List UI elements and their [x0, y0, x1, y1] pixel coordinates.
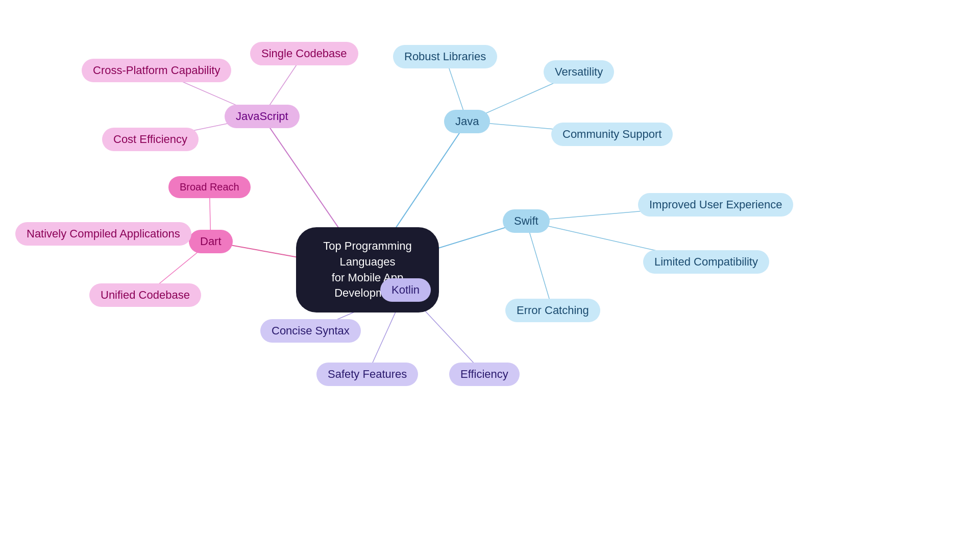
node-versatility: Versatility — [544, 60, 614, 84]
efficiency-label: Efficiency — [460, 368, 508, 381]
node-concise-syntax: Concise Syntax — [260, 319, 361, 343]
node-java: Java — [444, 110, 490, 133]
node-community-support: Community Support — [551, 123, 673, 146]
dart-label: Dart — [200, 235, 222, 248]
node-unified-codebase: Unified Codebase — [89, 283, 201, 307]
node-javascript: JavaScript — [225, 105, 300, 128]
safety-features-label: Safety Features — [328, 368, 407, 381]
cross-platform-label: Cross-Platform Capability — [93, 64, 220, 77]
node-single-codebase: Single Codebase — [250, 42, 358, 65]
single-codebase-label: Single Codebase — [261, 47, 347, 60]
cost-efficiency-label: Cost Efficiency — [113, 133, 187, 146]
limited-compatibility-label: Limited Compatibility — [654, 255, 758, 269]
versatility-label: Versatility — [555, 65, 603, 79]
node-broad-reach: Broad Reach — [168, 176, 251, 198]
javascript-label: JavaScript — [236, 110, 288, 123]
swift-label: Swift — [514, 214, 538, 228]
node-improved-ux: Improved User Experience — [638, 193, 793, 217]
java-label: Java — [455, 115, 479, 128]
node-natively-compiled: Natively Compiled Applications — [15, 222, 191, 246]
node-safety-features: Safety Features — [316, 363, 418, 386]
unified-codebase-label: Unified Codebase — [101, 288, 190, 302]
error-catching-label: Error Catching — [517, 304, 589, 317]
concise-syntax-label: Concise Syntax — [272, 324, 350, 338]
improved-ux-label: Improved User Experience — [649, 198, 782, 211]
node-cross-platform: Cross-Platform Capability — [82, 59, 231, 82]
natively-compiled-label: Natively Compiled Applications — [27, 227, 180, 241]
node-limited-compatibility: Limited Compatibility — [643, 250, 769, 274]
node-kotlin: Kotlin — [380, 278, 431, 302]
node-error-catching: Error Catching — [505, 299, 600, 322]
node-efficiency: Efficiency — [449, 363, 520, 386]
node-dart: Dart — [189, 230, 233, 253]
node-swift: Swift — [503, 209, 550, 233]
node-robust-libraries: Robust Libraries — [393, 45, 497, 68]
community-support-label: Community Support — [562, 128, 662, 141]
robust-libraries-label: Robust Libraries — [404, 50, 486, 63]
svg-line-16 — [526, 221, 553, 310]
node-cost-efficiency: Cost Efficiency — [102, 128, 199, 151]
kotlin-label: Kotlin — [391, 283, 420, 297]
broad-reach-label: Broad Reach — [180, 181, 239, 193]
